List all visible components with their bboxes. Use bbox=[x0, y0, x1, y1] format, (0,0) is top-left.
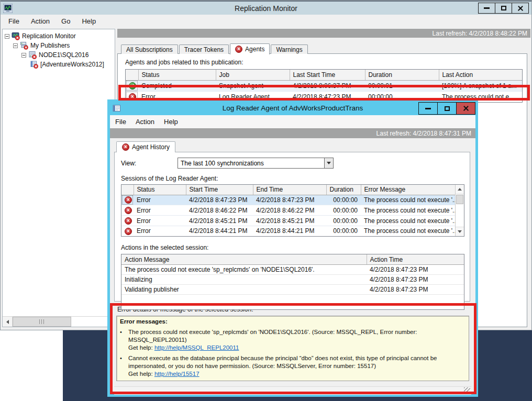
menu-bar: File Action Help bbox=[110, 115, 475, 128]
status-bar bbox=[114, 386, 471, 395]
maximize-button[interactable] bbox=[437, 102, 457, 115]
close-button[interactable] bbox=[512, 3, 529, 14]
status-error-icon: × bbox=[125, 217, 132, 225]
tab-agents[interactable]: ×Agents bbox=[230, 43, 270, 54]
table-row[interactable]: Validating publisher 4/2/2018 8:47:23 PM bbox=[121, 285, 464, 295]
cell-message: The process could not execute '... bbox=[361, 195, 455, 205]
bullet-icon bbox=[120, 381, 128, 381]
get-help-prefix: Get help: bbox=[128, 371, 154, 377]
grip-icon bbox=[39, 319, 45, 324]
column-header-duration[interactable]: Duration bbox=[326, 185, 361, 195]
table-row[interactable]: The process could not execute 'sp_replcm… bbox=[121, 265, 464, 275]
tab-warnings[interactable]: Warnings bbox=[271, 44, 307, 54]
minimize-button[interactable] bbox=[478, 3, 495, 14]
error-messages-heading: Error messages: bbox=[120, 318, 463, 326]
menu-help[interactable]: Help bbox=[82, 17, 96, 25]
maximize-button[interactable] bbox=[495, 3, 512, 14]
column-header-duration[interactable]: Duration bbox=[365, 70, 439, 80]
tree-item-node1-sql2016[interactable]: NODE1\SQL2016 bbox=[5, 50, 114, 60]
status-ok-icon: ✓ bbox=[129, 82, 136, 90]
desktop: Replication Monitor File Action Go Help bbox=[0, 0, 532, 401]
tree-item-my-publishers[interactable]: My Publishers bbox=[5, 41, 114, 50]
maximize-icon bbox=[445, 106, 450, 111]
collapse-icon[interactable] bbox=[21, 53, 26, 58]
cell-start: 4/2/2018 8:47:23 PM bbox=[186, 195, 253, 205]
tab-label: All Subscriptions bbox=[126, 46, 173, 53]
minimize-icon bbox=[484, 7, 490, 9]
view-label: View: bbox=[121, 160, 178, 167]
cell-end: 4/2/2018 8:47:23 PM bbox=[253, 195, 326, 205]
sessions-vertical-scrollbar[interactable] bbox=[455, 185, 464, 236]
error-message-text: The process could not execute 'sp_replcm… bbox=[128, 329, 417, 343]
minimize-button[interactable] bbox=[418, 102, 438, 115]
close-icon bbox=[463, 105, 469, 112]
list-item: The process could not execute 'sp_replcm… bbox=[120, 381, 463, 381]
log-reader-agent-window: Log Reader Agent of AdvWorksProductTrans… bbox=[107, 99, 478, 397]
column-header-icon[interactable] bbox=[121, 185, 134, 195]
close-button[interactable] bbox=[456, 102, 475, 115]
help-link[interactable]: http://help/MSSQL_REPL20011 bbox=[154, 344, 239, 351]
column-header-status[interactable]: Status bbox=[138, 70, 216, 80]
arrow-left-icon bbox=[6, 320, 9, 324]
publishers-error-icon bbox=[20, 41, 28, 50]
table-row[interactable]: ✓ Completed Snapshot Agent 4/2/2018 8:06… bbox=[126, 80, 522, 91]
collapse-icon[interactable] bbox=[5, 34, 9, 39]
menu-file[interactable]: File bbox=[8, 17, 19, 25]
arrow-up-icon bbox=[458, 188, 462, 191]
cell-end: 4/2/2018 8:46:22 PM bbox=[253, 205, 326, 216]
title-bar[interactable]: Log Reader Agent of AdvWorksProductTrans bbox=[110, 102, 475, 115]
arrow-down-icon bbox=[458, 230, 462, 233]
menu-help[interactable]: Help bbox=[164, 118, 178, 126]
tree-horizontal-scrollbar[interactable] bbox=[3, 316, 115, 327]
menu-file[interactable]: File bbox=[115, 118, 126, 126]
publication-error-icon bbox=[30, 60, 38, 69]
column-header-start-time[interactable]: Start Time bbox=[186, 185, 253, 195]
sessions-table: Status Start Time End Time Duration Erro… bbox=[121, 184, 464, 237]
tree-item-label: Replication Monitor bbox=[22, 32, 76, 40]
chevron-down-icon bbox=[327, 162, 331, 164]
scroll-up-button[interactable] bbox=[456, 185, 464, 194]
column-header-action-time[interactable]: Action Time bbox=[367, 254, 464, 265]
menu-action[interactable]: Action bbox=[136, 118, 154, 126]
table-row[interactable]: × Error 4/2/2018 8:46:22 PM 4/2/2018 8:4… bbox=[121, 205, 455, 216]
collapse-icon[interactable] bbox=[13, 43, 18, 48]
dropdown-button[interactable] bbox=[324, 158, 333, 168]
tab-tracer-tokens[interactable]: Tracer Tokens bbox=[179, 44, 229, 54]
column-header-action-message[interactable]: Action Message bbox=[121, 254, 367, 265]
tab-all-subscriptions[interactable]: All Subscriptions bbox=[121, 44, 178, 54]
table-row[interactable]: × Error 4/2/2018 8:47:23 PM 4/2/2018 8:4… bbox=[121, 195, 455, 205]
tree-item-replication-monitor[interactable]: Replication Monitor bbox=[5, 31, 114, 41]
column-header-last-start-time[interactable]: Last Start Time bbox=[290, 70, 365, 80]
column-header-error-message[interactable]: Error Message bbox=[361, 185, 455, 195]
bullet-icon bbox=[120, 354, 128, 378]
cell-duration: 00:00:01 bbox=[365, 80, 439, 91]
error-message-text: Cannot execute as the database principal… bbox=[128, 355, 437, 369]
view-dropdown[interactable]: The last 100 synchronizations bbox=[178, 158, 334, 169]
help-link[interactable]: http://help/15517 bbox=[154, 371, 199, 377]
cell-status: Error bbox=[134, 195, 186, 205]
title-bar[interactable]: Replication Monitor bbox=[1, 1, 531, 15]
column-header-job[interactable]: Job bbox=[216, 70, 290, 80]
column-header-end-time[interactable]: End Time bbox=[253, 185, 326, 195]
table-row[interactable]: × Error 4/2/2018 8:44:21 PM 4/2/2018 8:4… bbox=[121, 226, 455, 236]
table-row[interactable]: × Error 4/2/2018 8:45:21 PM 4/2/2018 8:4… bbox=[121, 216, 455, 226]
scrollbar-thumb[interactable] bbox=[456, 195, 463, 204]
column-header-last-action[interactable]: Last Action bbox=[439, 70, 522, 80]
column-header-status[interactable]: Status bbox=[134, 185, 186, 195]
cell-action-message: The process could not execute 'sp_replcm… bbox=[121, 265, 367, 275]
get-help-prefix: Get help: bbox=[128, 344, 154, 351]
table-row[interactable]: Initializing 4/2/2018 8:47:23 PM bbox=[121, 275, 464, 285]
menu-action[interactable]: Action bbox=[31, 17, 50, 25]
scroll-left-button[interactable] bbox=[3, 317, 13, 327]
scroll-down-button[interactable] bbox=[456, 227, 464, 236]
last-refresh-bar: Last refresh: 4/2/2018 8:47:31 PM bbox=[110, 128, 475, 138]
menu-go[interactable]: Go bbox=[61, 17, 70, 25]
column-header-icon[interactable] bbox=[126, 70, 138, 80]
cell-action-time: 4/2/2018 8:47:23 PM bbox=[367, 285, 464, 295]
scrollbar-thumb[interactable] bbox=[13, 317, 71, 327]
publisher-tree-panel: Replication Monitor My Publishers bbox=[2, 29, 115, 327]
tab-agent-history[interactable]: × Agent History bbox=[116, 141, 175, 152]
close-icon bbox=[517, 5, 524, 12]
resize-grip-icon[interactable] bbox=[464, 387, 470, 394]
tree-item-adventureworks2012[interactable]: [AdventureWorks2012] bbox=[5, 60, 114, 69]
